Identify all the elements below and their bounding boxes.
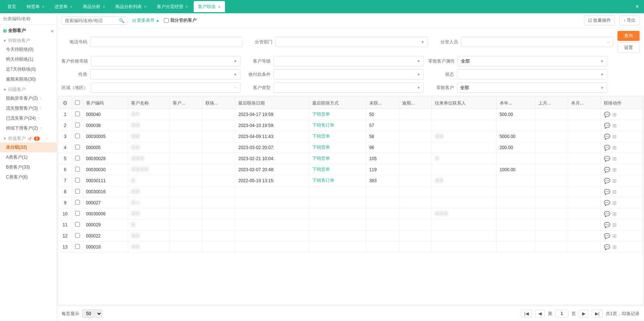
tab-customer-contact-close[interactable]: × xyxy=(218,4,220,9)
tab-customer-segment-close[interactable]: × xyxy=(186,4,188,9)
row-checkbox[interactable] xyxy=(75,244,80,249)
row-checkbox[interactable] xyxy=(75,189,80,194)
more-conditions-btn[interactable]: ⊟ 更多条件 ▲ xyxy=(132,17,159,24)
grid-action-icon[interactable]: ⊞ xyxy=(612,200,617,206)
filter-region-select[interactable]: ··· xyxy=(91,82,240,93)
sidebar-search-input[interactable] xyxy=(3,16,57,21)
all-customers-header[interactable]: ⊞ 全部客户 « xyxy=(0,25,57,35)
last-method-link[interactable]: 下销货单 xyxy=(312,145,330,150)
sidebar-item-overdue-uncontacted[interactable]: 逾期未联络(30) xyxy=(0,74,57,84)
last-method-link[interactable]: 下销售订单 xyxy=(312,123,334,128)
filter-dept-select[interactable]: ▼ xyxy=(275,37,427,47)
last-page-btn[interactable]: ▶| xyxy=(592,310,603,318)
tab-analysis-list[interactable]: 商品分析列表 × xyxy=(111,1,151,12)
my-customers-filter[interactable]: 我分管的客户 xyxy=(164,17,197,24)
last-method-link[interactable]: 下销货单 xyxy=(312,167,330,172)
my-customers-checkbox[interactable] xyxy=(164,18,169,23)
grid-action-icon[interactable]: ⊞ xyxy=(612,112,617,117)
grid-action-icon[interactable]: ⊞ xyxy=(612,167,617,173)
reset-button[interactable]: 设置 xyxy=(617,42,640,53)
sidebar-item-class-c[interactable]: C类客户(6) xyxy=(0,172,57,182)
grid-action-icon[interactable]: ⊞ xyxy=(612,134,617,140)
sidebar-item-ungrouped[interactable]: 未分组(32) xyxy=(0,142,57,152)
filter-payment-select[interactable]: ▼ xyxy=(274,69,424,80)
last-method-link[interactable]: 下销货单 xyxy=(312,156,330,161)
tab-sales-close[interactable]: × xyxy=(42,4,44,9)
filter-person-select[interactable]: ··· xyxy=(461,37,613,47)
grid-action-icon[interactable]: ⊞ xyxy=(612,244,617,250)
contact-icon[interactable]: 💬 xyxy=(604,211,610,217)
contact-icon[interactable]: 💬 xyxy=(604,156,610,162)
last-method-link[interactable]: 下销售订单 xyxy=(312,178,334,183)
tab-home[interactable]: 首页 xyxy=(3,1,21,12)
sidebar-item-declining[interactable]: 持续下滑客户(2) ? xyxy=(0,123,57,133)
contact-icon[interactable]: 💬 xyxy=(604,123,610,128)
filter-nature-select[interactable]: ▼ xyxy=(90,69,240,80)
tab-analysis-close[interactable]: × xyxy=(103,4,105,9)
row-checkbox[interactable] xyxy=(75,178,80,183)
contact-icon[interactable]: 💬 xyxy=(604,167,610,173)
row-checkbox[interactable] xyxy=(75,167,80,172)
sidebar-item-class-a[interactable]: A类客户(1) xyxy=(0,152,57,162)
grid-action-icon[interactable]: ⊞ xyxy=(612,222,617,228)
window-close-btn[interactable]: × xyxy=(633,3,641,11)
grid-action-icon[interactable]: ⊞ xyxy=(612,178,617,184)
sidebar-item-churn-warning[interactable]: 流失预警客户(3) ? xyxy=(0,103,57,113)
contact-icon[interactable]: 💬 xyxy=(604,222,610,228)
grid-action-icon[interactable]: ⊞ xyxy=(612,211,617,217)
first-page-btn[interactable]: |◀ xyxy=(521,310,532,318)
contact-icon[interactable]: 💬 xyxy=(604,145,610,151)
grid-action-icon[interactable]: ⊞ xyxy=(612,189,617,195)
export-btn[interactable]: ↑ 导出 xyxy=(619,15,640,25)
next-page-btn[interactable]: ▶ xyxy=(579,310,589,318)
sidebar-item-tomorrow-pending[interactable]: 明天待联络(1) xyxy=(0,54,57,64)
filter-price-grade-select[interactable]: ▼ xyxy=(91,56,240,66)
grid-action-icon[interactable]: ⊞ xyxy=(612,233,617,239)
contact-icon[interactable]: 💬 xyxy=(604,200,610,206)
batch-ops-btn[interactable]: ☑ 批量操作 xyxy=(584,15,615,25)
filter-phone-input[interactable] xyxy=(90,37,242,47)
prev-page-btn[interactable]: ◀ xyxy=(535,310,545,318)
last-method-link[interactable]: 下销货单 xyxy=(312,134,330,139)
sidebar-item-churned[interactable]: 已流失客户(24) ? xyxy=(0,113,57,123)
tab-analysis-list-close[interactable]: × xyxy=(144,4,146,9)
tab-sales[interactable]: 销货单 × xyxy=(22,1,49,12)
refresh-icon[interactable]: ↺ xyxy=(28,136,32,141)
row-checkbox[interactable] xyxy=(75,112,80,116)
row-checkbox[interactable] xyxy=(75,211,80,216)
filter-customer-grade-select[interactable]: ▼ xyxy=(274,56,424,66)
filter-customer-type-select[interactable]: ▼ xyxy=(274,82,424,93)
collapse-icon[interactable]: « xyxy=(51,28,54,34)
row-checkbox[interactable] xyxy=(75,134,80,138)
contact-icon[interactable]: 💬 xyxy=(604,189,610,195)
grid-action-icon[interactable]: ⊞ xyxy=(612,145,617,151)
tab-purchase[interactable]: 进货单 × xyxy=(50,1,77,12)
contact-icon[interactable]: 💬 xyxy=(604,134,610,140)
contact-icon[interactable]: 💬 xyxy=(604,244,610,250)
filter-retail-attr-select[interactable]: 全部▼ xyxy=(458,56,607,66)
contact-icon[interactable]: 💬 xyxy=(604,233,610,239)
tab-customer-contact[interactable]: 客户联络 × xyxy=(194,1,225,12)
page-number-input[interactable] xyxy=(555,310,569,318)
last-method-link[interactable]: 下销货单 xyxy=(312,112,330,117)
row-checkbox[interactable] xyxy=(75,200,80,205)
check-all-checkbox[interactable] xyxy=(75,100,80,105)
main-search-input[interactable] xyxy=(65,18,117,23)
contact-icon[interactable]: 💬 xyxy=(604,178,610,184)
filter-retail-select[interactable]: 全部▼ xyxy=(457,82,607,93)
main-search-icon[interactable]: 🔍 xyxy=(119,18,124,23)
sidebar-item-class-b[interactable]: B类客户(33) xyxy=(0,162,57,172)
query-button[interactable]: 查询 xyxy=(617,31,640,41)
table-gear-icon[interactable]: ⚙ xyxy=(63,100,67,106)
grid-action-icon[interactable]: ⊞ xyxy=(612,156,617,162)
tab-analysis[interactable]: 商品分析 × xyxy=(78,1,109,12)
filter-status-select[interactable]: ▼ xyxy=(457,69,607,80)
tab-customer-segment[interactable]: 客户分层经营 × xyxy=(152,1,192,12)
row-checkbox[interactable] xyxy=(75,222,80,227)
row-checkbox[interactable] xyxy=(75,233,80,238)
row-checkbox[interactable] xyxy=(75,156,80,160)
tab-purchase-close[interactable]: × xyxy=(70,4,72,9)
row-checkbox[interactable] xyxy=(75,145,80,149)
sidebar-item-abnormal[interactable]: 固购异常客户(2) ? xyxy=(0,94,57,103)
grid-action-icon[interactable]: ⊞ xyxy=(612,123,617,128)
